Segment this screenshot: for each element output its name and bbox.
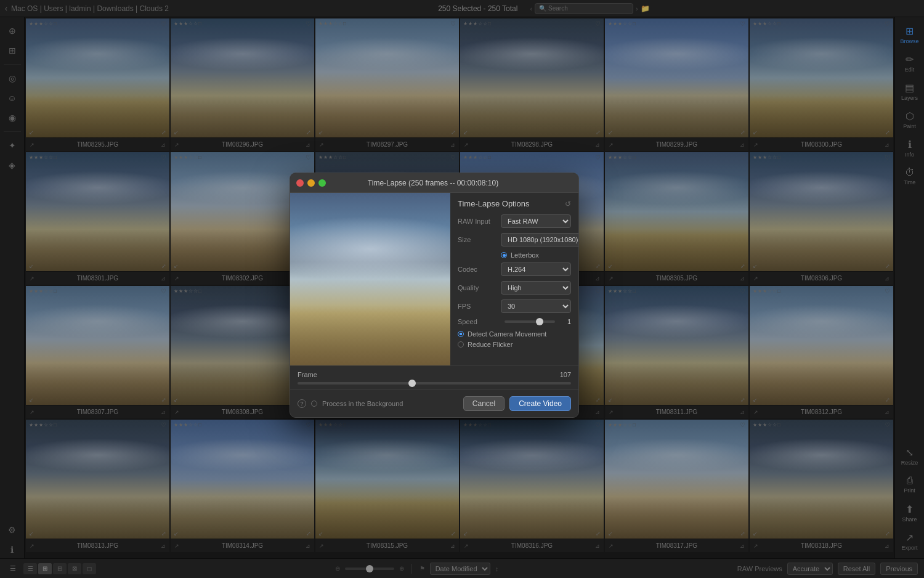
options-header: Time-Lapse Options ↺ xyxy=(458,199,571,208)
speed-row: Speed 1 xyxy=(458,318,571,325)
frame-label: Frame xyxy=(298,371,317,378)
fps-row: FPS 30 xyxy=(458,299,571,313)
size-row: Size HD 1080p (1920x1080) xyxy=(458,233,571,246)
letterbox-row: Letterbox xyxy=(458,251,571,259)
dialog-body: Time-Lapse Options ↺ RAW Input Fast RAW … xyxy=(290,193,578,365)
codec-select[interactable]: H.264 xyxy=(501,263,571,276)
speed-slider[interactable] xyxy=(505,320,555,323)
size-select[interactable]: HD 1080p (1920x1080) xyxy=(501,233,578,246)
speed-label: Speed xyxy=(458,318,501,325)
raw-input-row: RAW Input Fast RAW xyxy=(458,214,571,228)
reduce-label: Reduce Flicker xyxy=(468,341,513,348)
footer-left: ? Process in the Background xyxy=(298,399,403,408)
cancel-button[interactable]: Cancel xyxy=(463,396,505,411)
create-video-button[interactable]: Create Video xyxy=(509,396,571,411)
frame-slider[interactable] xyxy=(298,382,571,385)
raw-input-label: RAW Input xyxy=(458,218,501,225)
options-title: Time-Lapse Options xyxy=(458,199,530,208)
quality-row: Quality High xyxy=(458,281,571,295)
dialog-footer: ? Process in the Background Cancel Creat… xyxy=(290,389,578,417)
process-bg-checkbox[interactable] xyxy=(311,401,317,407)
codec-label: Codec xyxy=(458,266,501,273)
dialog-title: Time-Lapse (250 frames -- 00:00:08:10) xyxy=(294,179,572,187)
quality-label: Quality xyxy=(458,284,501,291)
detect-checkbox[interactable] xyxy=(458,331,464,337)
fps-label: FPS xyxy=(458,303,501,310)
speed-value: 1 xyxy=(559,318,571,325)
preview-pane xyxy=(290,193,450,365)
detect-label: Detect Camera Movement xyxy=(468,330,546,338)
process-bg-label: Process in the Background xyxy=(322,400,403,407)
size-label: Size xyxy=(458,236,501,243)
help-icon[interactable]: ? xyxy=(298,399,306,408)
footer-right: Cancel Create Video xyxy=(463,396,571,411)
letterbox-label: Letterbox xyxy=(511,251,539,259)
frame-value: 107 xyxy=(560,371,571,378)
timelapse-dialog: Time-Lapse (250 frames -- 00:00:08:10) T… xyxy=(290,173,579,418)
reduce-row: Reduce Flicker xyxy=(458,341,571,348)
reduce-checkbox[interactable] xyxy=(458,341,464,348)
letterbox-radio[interactable] xyxy=(501,252,507,258)
preview-image xyxy=(290,193,450,365)
frame-header: Frame 107 xyxy=(298,371,571,378)
options-pane: Time-Lapse Options ↺ RAW Input Fast RAW … xyxy=(450,193,578,365)
frame-area: Frame 107 xyxy=(290,365,578,389)
fps-select[interactable]: 30 xyxy=(501,299,571,313)
codec-row: Codec H.264 xyxy=(458,263,571,276)
detect-row: Detect Camera Movement xyxy=(458,330,571,338)
dialog-titlebar: Time-Lapse (250 frames -- 00:00:08:10) xyxy=(290,173,578,193)
options-refresh-icon[interactable]: ↺ xyxy=(565,200,571,208)
quality-select[interactable]: High xyxy=(501,281,571,295)
raw-input-select[interactable]: Fast RAW xyxy=(501,214,571,228)
